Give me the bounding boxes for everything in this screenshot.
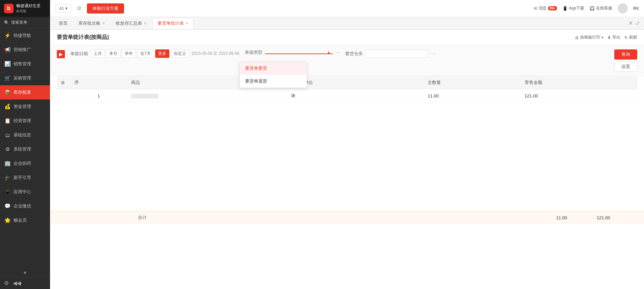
col-num: 序 <box>70 76 127 89</box>
store-selector[interactable]: 41 ▾ <box>55 4 71 13</box>
enterprise-icon: 🏢 <box>4 160 11 167</box>
type-select-display[interactable] <box>265 51 333 54</box>
sidebar-item-apps[interactable]: 📱 应用中心 <box>0 185 50 199</box>
refresh-label: 刷新 <box>629 35 637 40</box>
sidebar-item-wechat[interactable]: 💬 企业微信 <box>0 199 50 213</box>
page-actions: 🖨 按模板打印 ▾ ⬇ 导出 ↻ 刷新 <box>575 35 637 40</box>
search-label: 搜索菜单 <box>11 20 27 25</box>
type-select-wrapper: ▲ <box>265 51 333 54</box>
settings-bottom-icon[interactable]: ⚙ <box>4 280 9 286</box>
sidebar-item-label: 快捷导航 <box>14 32 31 39</box>
search-menu[interactable]: 🔍 搜索菜单 <box>0 17 50 28</box>
type-select-more-icon[interactable]: ··· <box>335 49 340 55</box>
sidebar-item-operations[interactable]: 📋 经营管理 <box>0 114 50 128</box>
query-btn[interactable]: 查询 <box>614 49 637 60</box>
quick-nav-icon: ⚡ <box>4 32 11 39</box>
sidebar-item-sales[interactable]: 📊 销售管理 <box>0 57 50 71</box>
table-container: ⚙ 序 商品 主计量单位 主数量 零售金额 1 <box>50 76 644 103</box>
date-last-month-btn[interactable]: 上月 <box>91 49 105 58</box>
print-icon: 🖨 <box>575 35 579 40</box>
online-service-label: 在线客服 <box>596 5 612 11</box>
sidebar-item-quick-nav[interactable]: ⚡ 快捷导航 <box>0 28 50 43</box>
app-download-btn[interactable]: 📱 App下载 <box>563 5 584 11</box>
warehouse-input[interactable] <box>365 49 428 58</box>
tab-collect-summary-close[interactable]: × <box>144 21 146 26</box>
member-icon: 🌟 <box>4 217 11 224</box>
sidebar-item-finance[interactable]: 💰 资金管理 <box>0 99 50 114</box>
sidebar-item-purchase[interactable]: 🛒 采购管理 <box>0 71 50 85</box>
date-label: 单据日期 <box>70 51 88 57</box>
date-range-display: 2023-05-06 至 2023-06-06 <box>192 51 239 57</box>
sidebar-item-label: 经营管理 <box>14 118 31 124</box>
row-unit: 块 <box>287 89 424 103</box>
date-custom-btn[interactable]: 自定义 <box>171 49 189 58</box>
tab-inventory-batch[interactable]: 库存批次账 × <box>74 18 110 28</box>
sidebar-item-guide[interactable]: 🎓 新手引导 <box>0 171 50 185</box>
date-last-7days-btn[interactable]: 近7天 <box>137 49 154 58</box>
col-settings[interactable]: ⚙ <box>57 76 70 89</box>
warehouse-more-icon[interactable]: ··· <box>431 51 435 57</box>
trial-btn[interactable]: 体验行业方案 <box>87 3 124 14</box>
purchase-icon: 🛒 <box>4 75 11 82</box>
date-this-month-btn[interactable]: 本月 <box>106 49 120 58</box>
sidebar-scroll-down[interactable]: ▼ <box>0 269 50 277</box>
date-this-year-btn[interactable]: 本年 <box>122 49 136 58</box>
sidebar-nav: ⚡ 快捷导航 📢 营销推广 📊 销售管理 🛒 采购管理 📦 库存核算 💰 资金管… <box>0 28 50 269</box>
refresh-icon: ↻ <box>624 35 628 40</box>
operations-icon: 📋 <box>4 117 11 124</box>
logo-icon: b <box>4 4 14 13</box>
tab-order-stats[interactable]: 要货单统计表 × <box>152 18 193 29</box>
col-qty: 主数量 <box>424 76 520 89</box>
type-dropdown: 要货单要货 要货单退货 <box>239 62 307 88</box>
collapse-sidebar-icon[interactable]: ◀◀ <box>13 280 21 286</box>
search-icon: 🔍 <box>4 20 9 25</box>
filter-bar: ▶ 单据日期 上月 本月 本年 近7天 更多 自定义 2023-05-06 至 … <box>50 45 644 76</box>
export-btn[interactable]: ⬇ 导出 <box>607 35 620 40</box>
app-download-label: App下载 <box>569 5 584 11</box>
apps-icon: 📱 <box>4 188 11 195</box>
row-amount: 121.00 <box>521 89 637 103</box>
window-close-icon[interactable]: ✕ <box>628 20 633 26</box>
sidebar-item-marketing[interactable]: 📢 营销推广 <box>0 43 50 57</box>
refresh-btn[interactable]: ↻ 刷新 <box>624 35 637 40</box>
message-btn[interactable]: ✉ 消息 99+ <box>534 5 557 11</box>
print-template-btn[interactable]: 🖨 按模板打印 ▾ <box>575 35 603 40</box>
message-icon: ✉ <box>534 6 537 11</box>
sidebar-item-member[interactable]: 🌟 畅会员 <box>0 213 50 227</box>
filter-settings-btn[interactable]: 设置 <box>614 62 637 72</box>
print-chevron-icon: ▾ <box>602 36 603 39</box>
expand-filter-btn[interactable]: ▶ <box>57 50 65 58</box>
tab-collect-summary[interactable]: 收发存汇总表 × <box>111 18 151 28</box>
download-icon: 📱 <box>563 6 568 11</box>
filter-actions: 查询 设置 <box>614 49 637 72</box>
date-more-btn[interactable]: 更多 <box>155 49 169 58</box>
tab-home[interactable]: 首页 <box>54 18 72 28</box>
online-service-btn[interactable]: 🎧 在线客服 <box>590 5 612 11</box>
tab-inventory-batch-close[interactable]: × <box>102 21 105 26</box>
sidebar-item-basic[interactable]: 🗂 基础信息 <box>0 128 50 142</box>
total-amount: 121.00 <box>597 215 637 220</box>
row-qty: 11.00 <box>424 89 520 103</box>
dropdown-item-return[interactable]: 要货单退货 <box>240 75 307 88</box>
data-table: ⚙ 序 商品 主计量单位 主数量 零售金额 1 <box>57 76 637 103</box>
warehouse-filter-group: 要货仓库 ··· <box>345 49 435 58</box>
sales-icon: 📊 <box>4 61 11 67</box>
warehouse-label: 要货仓库 <box>345 51 363 57</box>
tab-order-stats-close[interactable]: × <box>186 21 188 26</box>
total-label: 合计 <box>57 215 147 221</box>
tab-order-stats-label: 要货单统计表 <box>158 20 184 26</box>
sidebar-item-system[interactable]: ⚙ 系统管理 <box>0 142 50 156</box>
tab-collect-summary-label: 收发存汇总表 <box>116 20 142 26</box>
message-badge: 99+ <box>548 6 557 10</box>
sidebar-item-inventory[interactable]: 📦 库存核算 <box>0 85 50 99</box>
tab-home-label: 首页 <box>59 20 68 26</box>
sidebar-item-enterprise[interactable]: 🏢 企业协同 <box>0 156 50 171</box>
user-avatar[interactable] <box>618 3 628 14</box>
tab-bar: 首页 库存批次账 × 收发存汇总表 × 要货单统计表 × ✕ ⤢ <box>50 17 644 30</box>
window-expand-icon[interactable]: ⤢ <box>636 20 640 26</box>
app-logo: b 畅捷通好生意 标准版 <box>0 0 50 17</box>
dropdown-item-return-label: 要货单退货 <box>245 79 267 84</box>
header-settings-icon[interactable]: ⚙ <box>75 4 83 13</box>
dropdown-item-order[interactable]: 要货单要货 <box>240 62 307 75</box>
tab-window-controls: ✕ ⤢ <box>628 20 640 26</box>
